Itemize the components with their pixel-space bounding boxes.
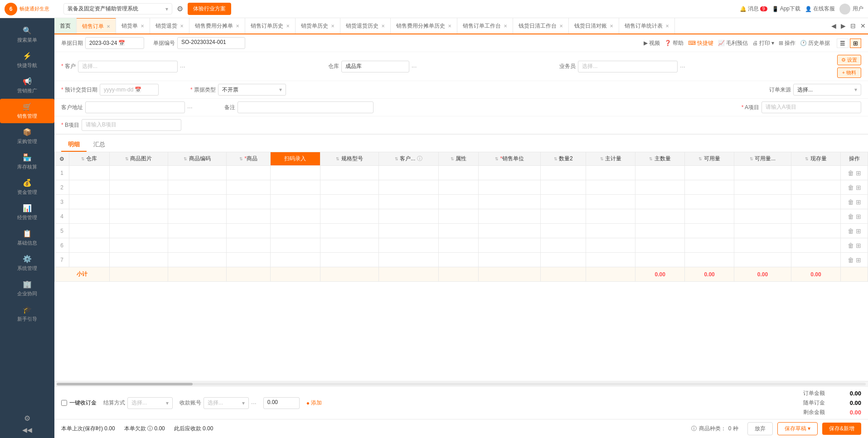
- delete-row-5[interactable]: 🗑: [848, 227, 854, 235]
- th-settings[interactable]: ⚙: [55, 152, 69, 166]
- sidebar-item-guide[interactable]: 🎓 新手引导: [0, 302, 54, 326]
- staff-dots[interactable]: ···: [680, 63, 685, 70]
- sidebar-collapse-icon[interactable]: ◀◀: [22, 426, 32, 433]
- tab-sales-order-close[interactable]: ✕: [107, 24, 110, 29]
- tab-home[interactable]: 首页: [54, 18, 77, 34]
- account-select[interactable]: 选择... ▾: [204, 397, 249, 409]
- delete-row-6[interactable]: 🗑: [848, 242, 854, 249]
- section-tab-detail[interactable]: 明细: [61, 138, 87, 152]
- tab-credit-reconcile-close[interactable]: ✕: [610, 24, 613, 29]
- tab-order-history[interactable]: 销售订单历史 ✕: [245, 18, 296, 34]
- sidebar-item-marketing[interactable]: 📢 营销推广: [0, 73, 54, 98]
- order-num-input[interactable]: SO-20230324-001: [177, 37, 245, 49]
- messages-button[interactable]: 🔔 消息 9: [740, 5, 767, 13]
- address-dots[interactable]: ···: [187, 104, 193, 111]
- add-payment-btn[interactable]: ● 添加: [306, 399, 322, 407]
- copy-row-5[interactable]: ⊞: [856, 227, 861, 235]
- delete-row-3[interactable]: 🗑: [848, 198, 854, 206]
- copy-row-3[interactable]: ⊞: [856, 198, 861, 206]
- warehouse-dots[interactable]: ···: [412, 63, 417, 70]
- save-new-button[interactable]: 保存&新增: [822, 423, 861, 435]
- pay-method-select[interactable]: 选择... ▾: [127, 397, 173, 409]
- sidebar-item-search[interactable]: 🔍 搜索菜单: [0, 23, 54, 47]
- tab-workbench[interactable]: 销售订单工作台 ✕: [457, 18, 513, 34]
- copy-row-2[interactable]: ⊞: [856, 184, 861, 191]
- delivery-cal-icon[interactable]: 📅: [135, 87, 141, 93]
- scroll-thumb[interactable]: [57, 383, 193, 385]
- copy-row-4[interactable]: ⊞: [856, 213, 861, 220]
- sidebar-item-enterprise[interactable]: 🏢 企业协同: [0, 276, 54, 301]
- scroll-bar[interactable]: [54, 381, 868, 386]
- staff-input[interactable]: 选择...: [578, 61, 678, 72]
- tab-next-button[interactable]: ▶: [839, 22, 848, 29]
- operate-btn[interactable]: ⊞ 操作: [779, 39, 795, 47]
- invoice-select[interactable]: 不开票 ▾: [218, 84, 286, 96]
- calendar-icon[interactable]: 📅: [118, 40, 125, 46]
- tab-sales-order[interactable]: 销售订单 ✕: [77, 18, 116, 34]
- tab-fee-history-close[interactable]: ✕: [448, 24, 451, 29]
- quick-deposit-checkbox-label[interactable]: 一键收订金: [61, 399, 97, 407]
- history-btn[interactable]: 🕐 历史单据: [800, 39, 830, 47]
- tab-prev-button[interactable]: ◀: [829, 22, 839, 29]
- profit-btn[interactable]: 📈 毛利预估: [718, 39, 748, 47]
- tab-workbench-close[interactable]: ✕: [504, 24, 507, 29]
- app-selector[interactable]: 装备及固定资产辅助管理系统 ▾: [63, 3, 172, 14]
- tab-sales-summary[interactable]: 销售订单统计表 ✕: [619, 18, 675, 34]
- help-btn[interactable]: ❓ 帮助: [664, 39, 684, 47]
- app-download-button[interactable]: 📱 App下载: [772, 5, 800, 13]
- th-barcode[interactable]: 扫码录入: [270, 152, 320, 166]
- quick-deposit-checkbox[interactable]: [61, 400, 67, 406]
- sidebar-item-basic[interactable]: 📋 基础信息: [0, 226, 54, 250]
- tab-close-all-button[interactable]: ✕: [858, 22, 868, 29]
- account-dots[interactable]: ···: [251, 399, 257, 407]
- delete-row-7[interactable]: 🗑: [848, 256, 854, 264]
- delete-row-4[interactable]: 🗑: [848, 213, 854, 220]
- tab-credit-daily[interactable]: 钱货日清工作台 ✕: [513, 18, 569, 34]
- grid-view-btn[interactable]: ☰: [837, 39, 849, 48]
- tab-refund-history-close[interactable]: ✕: [381, 24, 385, 29]
- user-menu[interactable]: 用户: [839, 4, 863, 14]
- add-material-btn[interactable]: + 物料: [837, 67, 861, 78]
- tab-sales-refund[interactable]: 销货退货 ✕: [150, 18, 189, 34]
- view-btn[interactable]: ▶ 视频: [644, 39, 660, 47]
- delete-row-2[interactable]: 🗑: [848, 184, 854, 191]
- tab-sales-fee-split-close[interactable]: ✕: [236, 24, 239, 29]
- a-project-input[interactable]: 请输入A项目: [761, 101, 861, 113]
- customer-dots[interactable]: ···: [180, 63, 185, 70]
- copy-row-7[interactable]: ⊞: [856, 256, 861, 264]
- deposit-amount-input[interactable]: 0.00: [263, 397, 300, 409]
- settings-icon[interactable]: ⚙: [177, 5, 183, 13]
- print-btn[interactable]: 🖨 打印 ▾: [752, 39, 774, 47]
- delete-row-1[interactable]: 🗑: [848, 169, 854, 177]
- tab-refund-history[interactable]: 销货退货历史 ✕: [340, 18, 391, 34]
- sidebar-item-purchase[interactable]: 📦 采购管理: [0, 124, 54, 149]
- tab-order-history-close[interactable]: ✕: [286, 24, 290, 29]
- copy-row-6[interactable]: ⊞: [856, 242, 861, 249]
- address-input[interactable]: [85, 101, 185, 113]
- warehouse-input[interactable]: 成品库: [341, 61, 409, 72]
- tab-credit-daily-close[interactable]: ✕: [559, 24, 563, 29]
- tab-return-history[interactable]: 销货单历史 ✕: [296, 18, 340, 34]
- sidebar-item-sales[interactable]: 🛒 销售管理: [0, 99, 54, 123]
- sidebar-item-nav[interactable]: ⚡ 快捷导航: [0, 48, 54, 72]
- sidebar-item-system[interactable]: ⚙️ 系统管理: [0, 251, 54, 275]
- date-input[interactable]: 2023-03-24 📅: [85, 37, 144, 49]
- section-tab-summary[interactable]: 汇总: [87, 138, 112, 152]
- industry-button[interactable]: 体验行业方案: [188, 3, 231, 15]
- save-draft-button[interactable]: 保存草稿 ▾: [777, 422, 818, 435]
- tab-sales-summary-close[interactable]: ✕: [665, 24, 669, 29]
- tab-sales-fee-split[interactable]: 销售费用分摊单 ✕: [189, 18, 245, 34]
- tab-fee-history[interactable]: 销售费用分摊单历史 ✕: [391, 18, 457, 34]
- tab-expand-button[interactable]: ⊟: [848, 22, 858, 29]
- form-view-btn[interactable]: ⊞: [850, 39, 861, 48]
- copy-row-1[interactable]: ⊞: [856, 169, 861, 177]
- sidebar-settings-icon[interactable]: ⚙: [24, 414, 30, 423]
- shortcut-btn[interactable]: ⌨ 快捷键: [688, 39, 713, 47]
- remarks-input[interactable]: [238, 101, 373, 113]
- tab-credit-reconcile[interactable]: 钱货日清对账 ✕: [569, 18, 619, 34]
- customer-input[interactable]: 选择...: [78, 61, 178, 72]
- tab-return-history-close[interactable]: ✕: [331, 24, 335, 29]
- settings-btn[interactable]: ⚙ 设置: [837, 55, 861, 65]
- order-source-select[interactable]: 选择... ▾: [793, 84, 861, 96]
- online-service-button[interactable]: 👤 在线客服: [805, 5, 835, 13]
